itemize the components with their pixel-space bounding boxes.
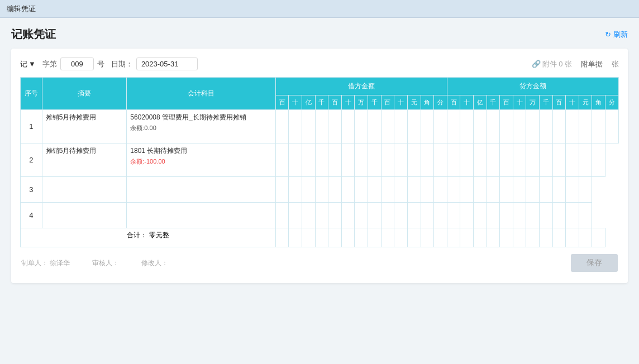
- chevron-down-icon: ▼: [28, 60, 36, 68]
- th-debit-d9: 百: [381, 95, 394, 110]
- debit-d7[interactable]: [355, 110, 368, 143]
- credit-d12[interactable]: [592, 110, 605, 143]
- th-debit: 借方金额: [275, 78, 447, 95]
- th-debit-d1: 百: [275, 95, 289, 110]
- attachment-link[interactable]: 🔗 附件 0 张: [532, 59, 572, 69]
- window-title: 编辑凭证: [7, 4, 36, 14]
- th-credit-d6: 十: [513, 95, 526, 110]
- refresh-icon: ↻: [605, 30, 611, 39]
- page-title: 记账凭证: [11, 27, 56, 42]
- date-input[interactable]: [136, 58, 198, 70]
- debit-d11[interactable]: [407, 110, 421, 143]
- debit-d8[interactable]: [368, 110, 382, 143]
- creator-info: 制单人： 徐泽华: [21, 258, 70, 268]
- debit-d9[interactable]: [381, 110, 394, 143]
- summary-text: 摊销5月待摊费用: [46, 146, 123, 156]
- debit-d10[interactable]: [394, 110, 408, 143]
- modifier-label: 修改人：: [141, 259, 168, 267]
- total-row: 合计： 零元整: [21, 228, 619, 247]
- subject-cell[interactable]: [127, 177, 276, 203]
- footer-bar: 制单人： 徐泽华 审核人： 修改人： 保存: [20, 252, 619, 274]
- th-debit-d2: 十: [289, 95, 302, 110]
- summary-cell[interactable]: [42, 203, 126, 228]
- debit-d1[interactable]: [275, 110, 289, 143]
- th-seq: 序号: [21, 78, 42, 110]
- th-credit-d7: 万: [526, 95, 540, 110]
- main-area: 记账凭证 ↻ 刷新 记 ▼ 字第 号: [0, 18, 639, 364]
- th-credit-d8: 千: [540, 95, 553, 110]
- credit-d7[interactable]: [526, 110, 540, 143]
- subject-cell[interactable]: 1801 长期待摊费用 余额:-100.00: [127, 143, 276, 177]
- credit-d13[interactable]: [605, 110, 619, 143]
- form-bar: 记 ▼ 字第 号 日期： 🔗 附件 0 张: [20, 58, 619, 70]
- credit-d8[interactable]: [540, 110, 553, 143]
- fujidan-button[interactable]: 附单据: [581, 59, 603, 69]
- balance-text-negative: 余额:-100.00: [130, 157, 272, 166]
- seq-cell: 4: [21, 203, 42, 228]
- credit-d6[interactable]: [513, 110, 526, 143]
- zi-di-input[interactable]: [60, 58, 94, 70]
- summary-cell[interactable]: 摊销5月待摊费用: [42, 110, 126, 143]
- save-button[interactable]: 保存: [571, 254, 618, 272]
- credit-d2[interactable]: [460, 110, 474, 143]
- debit-d2[interactable]: [289, 110, 302, 143]
- total-value: 零元整: [149, 231, 169, 239]
- voucher-type-group: 记 ▼: [20, 59, 36, 69]
- th-credit-d13: 分: [605, 95, 619, 110]
- th-credit-d9: 百: [552, 95, 566, 110]
- modifier-info: 修改人：: [141, 258, 168, 268]
- refresh-button[interactable]: ↻ 刷新: [605, 30, 628, 40]
- subject-cell[interactable]: 56020008 管理费用_长期待摊费用摊销 余额:0.00: [127, 110, 276, 143]
- total-label: 合计：: [127, 231, 147, 239]
- attachment-label: 附件 0 张: [542, 59, 572, 69]
- th-credit-d10: 十: [566, 95, 579, 110]
- credit-d9[interactable]: [552, 110, 566, 143]
- zi-di-group: 字第 号: [42, 58, 104, 70]
- table-container: 序号 摘要 会计科目 借方金额 贷方金额 百 十 亿 千 百 十: [20, 77, 619, 247]
- voucher-type-button[interactable]: 记 ▼: [20, 59, 36, 69]
- summary-cell[interactable]: [42, 177, 126, 203]
- credit-d1[interactable]: [447, 110, 460, 143]
- creator-label: 制单人：: [21, 259, 48, 267]
- credit-d11[interactable]: [579, 110, 592, 143]
- summary-text: 摊销5月待摊费用: [46, 112, 123, 122]
- debit-d5[interactable]: [328, 110, 342, 143]
- refresh-label: 刷新: [613, 30, 628, 40]
- voucher-table: 序号 摘要 会计科目 借方金额 贷方金额 百 十 亿 千 百 十: [20, 77, 619, 247]
- seq-cell: 2: [21, 143, 42, 177]
- th-credit-d5: 百: [500, 95, 513, 110]
- summary-cell[interactable]: 摊销5月待摊费用: [42, 143, 126, 177]
- th-debit-d11: 元: [407, 95, 421, 110]
- subject-code-name: 56020008 管理费用_长期待摊费用摊销: [130, 112, 272, 122]
- reviewer-info: 审核人：: [92, 258, 119, 268]
- zi-label: 字第: [42, 59, 57, 69]
- th-credit-d4: 千: [487, 95, 500, 110]
- window: 编辑凭证 记账凭证 ↻ 刷新 记 ▼ 字第 号: [0, 0, 639, 364]
- table-row: 3: [21, 177, 619, 203]
- fujidan-label: 附单据: [581, 60, 603, 68]
- reviewer-label: 审核人：: [92, 259, 119, 267]
- table-row: 1 摊销5月待摊费用 56020008 管理费用_长期待摊费用摊销: [21, 110, 619, 143]
- debit-d12[interactable]: [421, 110, 434, 143]
- credit-d5[interactable]: [500, 110, 513, 143]
- table-row: 4: [21, 203, 619, 228]
- subject-cell[interactable]: [127, 203, 276, 228]
- th-credit-d3: 亿: [473, 95, 487, 110]
- th-debit-d3: 亿: [302, 95, 316, 110]
- debit-d13[interactable]: [434, 110, 447, 143]
- credit-d10[interactable]: [566, 110, 579, 143]
- debit-d4[interactable]: [315, 110, 328, 143]
- credit-d4[interactable]: [487, 110, 500, 143]
- hao-label: 号: [97, 59, 104, 69]
- th-summary: 摘要: [42, 78, 126, 110]
- th-credit-d2: 十: [460, 95, 474, 110]
- th-debit-d8: 千: [368, 95, 382, 110]
- debit-d3[interactable]: [302, 110, 316, 143]
- credit-d3[interactable]: [473, 110, 487, 143]
- creator-value: 徐泽华: [50, 259, 70, 267]
- th-debit-d7: 万: [355, 95, 368, 110]
- balance-text: 余额:0.00: [130, 123, 272, 133]
- title-bar: 编辑凭证: [0, 0, 639, 18]
- debit-d6[interactable]: [341, 110, 355, 143]
- th-debit-d10: 十: [394, 95, 408, 110]
